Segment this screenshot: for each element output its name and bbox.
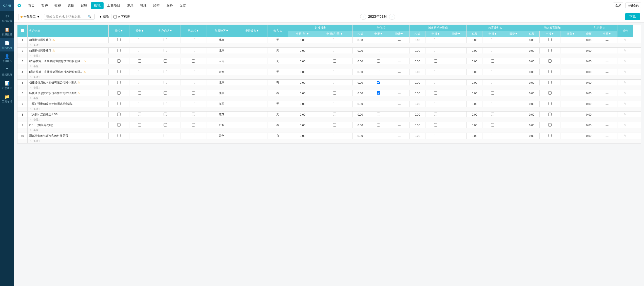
row-chaoyi[interactable] — [109, 48, 129, 54]
zengjia-shenbao-checkbox[interactable] — [377, 59, 380, 63]
chengshi-shenbao-checkbox[interactable] — [434, 59, 437, 63]
nav-shezhi[interactable]: 设置 — [177, 2, 189, 9]
row-caosuo[interactable]: ✎ — [617, 69, 633, 75]
row-jiaoyu-shenbao[interactable] — [482, 90, 503, 96]
nav-fuwu[interactable]: 服务 — [163, 2, 176, 9]
sidebar-item-geshuishenbao[interactable]: 👤 个税申报 — [0, 51, 14, 65]
nav-jingying[interactable]: 经营 — [150, 2, 163, 9]
edit-icon[interactable]: ✎ — [624, 81, 627, 84]
row-huaka[interactable] — [129, 90, 150, 96]
row-caiwubao-month[interactable] — [317, 37, 352, 43]
row-chengshi-shenbao[interactable] — [425, 112, 446, 118]
row-difang-shenbao[interactable] — [540, 122, 560, 128]
queren-checkbox[interactable] — [164, 102, 167, 105]
queren-checkbox[interactable] — [164, 70, 167, 73]
row-zengjia-shenbao[interactable] — [368, 112, 389, 118]
edit-icon[interactable]: ✎ — [624, 134, 627, 138]
huaka-checkbox[interactable] — [138, 134, 141, 137]
row-chaoyi[interactable] — [109, 80, 129, 86]
chengshi-shenbao-checkbox[interactable] — [434, 123, 437, 127]
row-yishenbao[interactable] — [181, 122, 206, 128]
queren-checkbox[interactable] — [164, 91, 167, 95]
row-chaoyi[interactable] — [109, 37, 129, 43]
row-difang-shenbao[interactable] — [540, 37, 560, 43]
chengshi-shenbao-checkbox[interactable] — [434, 102, 437, 105]
yishenbao-checkbox[interactable] — [192, 123, 195, 127]
caiwubao-month-checkbox[interactable] — [333, 91, 336, 95]
huaka-checkbox[interactable] — [138, 59, 141, 63]
huaka-checkbox[interactable] — [138, 91, 141, 95]
jiaoyu-shenbao-checkbox[interactable] — [491, 123, 494, 127]
yishenbao-checkbox[interactable] — [192, 91, 195, 95]
chaoyi-checkbox[interactable] — [117, 113, 121, 116]
nav-guanli[interactable]: 管理 — [137, 2, 150, 9]
sidebar-item-piliangshuibao[interactable]: 📋 批量报税 — [0, 25, 14, 38]
prev-date-button[interactable]: ‹ — [360, 14, 366, 20]
edit-icon[interactable]: ✎ — [624, 59, 627, 63]
row-chengshi-shenbao[interactable] — [425, 48, 446, 54]
named-label-checkbox[interactable]: 名下标表 — [113, 15, 130, 19]
row-chengshi-shenbao[interactable] — [425, 133, 446, 139]
row-caiwubao-month[interactable] — [317, 90, 352, 96]
row-chengshi-shenbao[interactable] — [425, 80, 446, 86]
jiaoyu-shenbao-checkbox[interactable] — [491, 38, 494, 41]
row-queren[interactable] — [150, 122, 181, 128]
queren-checkbox[interactable] — [164, 59, 167, 63]
zengjia-shenbao-checkbox[interactable] — [377, 81, 380, 84]
row-yishenbao[interactable] — [181, 37, 206, 43]
chengshi-shenbao-checkbox[interactable] — [434, 81, 437, 84]
nav-homepage[interactable]: 首页 — [25, 2, 38, 9]
caiwubao-month-checkbox[interactable] — [333, 102, 336, 105]
difang-shenbao-checkbox[interactable] — [548, 91, 552, 95]
row-difang-shenbao[interactable] — [540, 101, 560, 107]
edit-icon[interactable]: ✎ — [624, 70, 627, 74]
chaoyi-checkbox[interactable] — [117, 102, 121, 105]
row-jiaoyu-shenbao[interactable] — [482, 69, 503, 75]
yishenbao-checkbox[interactable] — [192, 49, 195, 52]
row-yishenbao[interactable] — [181, 112, 206, 118]
row-caosuo[interactable]: ✎ — [617, 37, 633, 43]
row-difang-shenbao[interactable] — [540, 58, 560, 64]
row-zengjia-shenbao[interactable] — [368, 37, 389, 43]
row-zengjia-shenbao[interactable] — [368, 69, 389, 75]
row-huaka[interactable] — [129, 37, 150, 43]
member-button[interactable]: ☆畅会员 — [625, 3, 641, 8]
huaka-checkbox[interactable] — [138, 123, 141, 127]
row-huaka[interactable] — [129, 69, 150, 75]
row-zengjia-shenbao[interactable] — [368, 80, 389, 86]
queren-checkbox[interactable] — [164, 113, 167, 116]
nav-jizhu[interactable]: 记账 — [78, 2, 90, 9]
chaoyi-checkbox[interactable] — [117, 70, 121, 73]
row-jiaoyu-shenbao[interactable] — [482, 58, 503, 64]
caiwubao-month-checkbox[interactable] — [333, 134, 336, 137]
row-yishenbao[interactable] — [181, 90, 206, 96]
row-yishenbao[interactable] — [181, 58, 206, 64]
row-caosuo[interactable]: ✎ — [617, 133, 633, 139]
row-zengjia-shenbao[interactable] — [368, 58, 389, 64]
row-chaoyi[interactable] — [109, 90, 129, 96]
jiaoyu-shenbao-checkbox[interactable] — [491, 113, 494, 116]
sidebar-item-baoshuisheji[interactable]: ⚙ 报税设置 — [0, 11, 14, 25]
row-zengjia-shenbao[interactable] — [368, 101, 389, 107]
huaka-checkbox[interactable] — [138, 102, 141, 105]
row-chaoyi[interactable] — [109, 133, 129, 139]
huaka-checkbox[interactable] — [138, 70, 141, 73]
chengshi-shenbao-checkbox[interactable] — [434, 113, 437, 116]
yishenbao-checkbox[interactable] — [192, 59, 195, 63]
row-queren[interactable] — [150, 133, 181, 139]
row-caosuo[interactable]: ✎ — [617, 90, 633, 96]
yishenbao-checkbox[interactable] — [192, 38, 195, 41]
chengshi-shenbao-checkbox[interactable] — [434, 70, 437, 73]
row-zengjia-shenbao[interactable] — [368, 122, 389, 128]
nav-customer[interactable]: 客户 — [38, 2, 51, 9]
chaoyi-checkbox[interactable] — [117, 49, 121, 52]
edit-icon[interactable]: ✎ — [624, 49, 627, 52]
huaka-checkbox[interactable] — [138, 49, 141, 52]
chaoyi-checkbox[interactable] — [117, 59, 121, 63]
zengjia-shenbao-checkbox[interactable] — [377, 38, 380, 41]
row-jiaoyu-shenbao[interactable] — [482, 48, 503, 54]
jiaoyu-shenbao-checkbox[interactable] — [491, 91, 494, 95]
row-chaoyi[interactable] — [109, 101, 129, 107]
row-chaoyi[interactable] — [109, 58, 129, 64]
difang-shenbao-checkbox[interactable] — [548, 59, 552, 63]
